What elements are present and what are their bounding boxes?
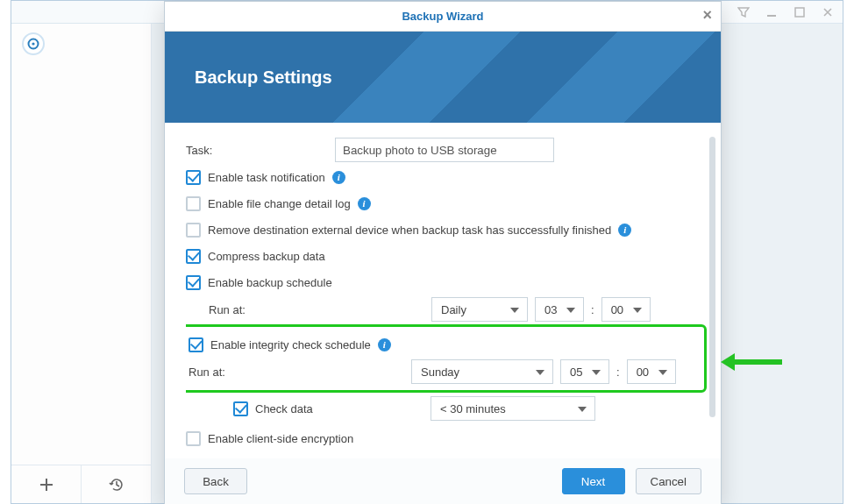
remove-device-checkbox[interactable] [186, 223, 201, 238]
encryption-checkbox[interactable] [186, 431, 201, 446]
schedule-label: Enable backup schedule [208, 276, 332, 289]
task-row: Task: [186, 137, 707, 163]
history-button[interactable] [82, 465, 151, 503]
schedule-runat-label: Run at: [209, 303, 431, 316]
file-change-log-row: Enable file change detail log i [186, 191, 707, 216]
app-logo-icon [22, 32, 45, 55]
task-name-input[interactable] [335, 138, 554, 162]
add-button[interactable] [11, 465, 82, 503]
integrity-row: Enable integrity check schedule i [186, 332, 701, 357]
checkdata-checkbox[interactable] [233, 401, 248, 416]
window-filter-icon[interactable] [737, 6, 750, 18]
schedule-row: Enable backup schedule [186, 270, 707, 295]
checkdata-duration-select[interactable]: < 30 minutes [431, 396, 595, 421]
info-icon[interactable]: i [618, 224, 631, 237]
integrity-label: Enable integrity check schedule [210, 338, 371, 351]
integrity-runat-row: Run at: Sunday 05 : 00 [186, 358, 701, 385]
schedule-runat-row: Run at: Daily 03 : 00 [186, 296, 707, 323]
integrity-runat-label: Run at: [189, 366, 411, 379]
info-icon[interactable]: i [378, 338, 391, 351]
modal-hero: Backup Settings [165, 32, 721, 123]
schedule-hour-select[interactable]: 03 [535, 297, 584, 322]
modal-close-icon[interactable]: × [702, 7, 712, 23]
file-change-log-checkbox[interactable] [186, 196, 201, 211]
window-close-icon[interactable] [822, 6, 834, 18]
left-rail [11, 24, 152, 503]
info-icon[interactable]: i [332, 171, 345, 184]
remove-device-row: Remove destination external device when … [186, 217, 707, 242]
modal-titlebar: Backup Wizard × [165, 2, 721, 32]
next-button[interactable]: Next [562, 468, 625, 494]
integrity-day-select[interactable]: Sunday [411, 359, 553, 384]
modal-body: Task: Enable task notification i Enable … [165, 123, 721, 458]
backup-wizard-modal: Backup Wizard × Backup Settings Task: En… [164, 1, 722, 504]
time-colon: : [591, 303, 594, 316]
schedule-frequency-select[interactable]: Daily [431, 297, 528, 322]
enable-notification-checkbox[interactable] [186, 170, 201, 185]
file-change-log-label: Enable file change detail log [208, 197, 351, 210]
checkdata-row: Check data < 30 minutes [186, 396, 707, 421]
compress-checkbox[interactable] [186, 249, 201, 264]
compress-row: Compress backup data [186, 244, 707, 268]
modal-hero-title: Backup Settings [195, 67, 332, 88]
modal-title-text: Backup Wizard [402, 10, 483, 23]
encryption-row: Enable client-side encryption [186, 426, 707, 451]
integrity-hour-select[interactable]: 05 [560, 359, 609, 384]
time-colon: : [616, 366, 620, 379]
integrity-checkbox[interactable] [189, 337, 203, 352]
checkdata-label: Check data [255, 402, 423, 415]
integrity-minute-select[interactable]: 00 [627, 359, 676, 384]
enable-notification-row: Enable task notification i [186, 165, 707, 189]
enable-notification-label: Enable task notification [208, 171, 325, 184]
arrow-annotation [721, 355, 782, 369]
rail-bottom-toolbar [11, 465, 151, 503]
modal-footer: Back Next Cancel [165, 458, 721, 504]
svg-rect-0 [767, 15, 776, 17]
svg-point-3 [32, 42, 34, 45]
schedule-minute-select[interactable]: 00 [601, 297, 651, 322]
content-region: Backup Wizard × Backup Settings Task: En… [152, 24, 843, 503]
window-minimize-icon[interactable] [765, 6, 778, 18]
compress-label: Compress backup data [208, 250, 325, 263]
svg-rect-1 [795, 8, 804, 17]
task-label: Task: [186, 144, 335, 157]
cancel-button[interactable]: Cancel [636, 468, 702, 494]
integrity-highlight-annotation: Enable integrity check schedule i Run at… [186, 324, 707, 393]
info-icon[interactable]: i [358, 197, 371, 210]
scrollbar[interactable] [709, 137, 715, 417]
encryption-label: Enable client-side encryption [208, 432, 353, 445]
remove-device-label: Remove destination external device when … [208, 224, 611, 237]
outer-window: Backup Wizard × Backup Settings Task: En… [11, 0, 843, 504]
window-maximize-icon[interactable] [794, 6, 806, 18]
schedule-checkbox[interactable] [186, 275, 201, 290]
back-button[interactable]: Back [184, 468, 247, 494]
